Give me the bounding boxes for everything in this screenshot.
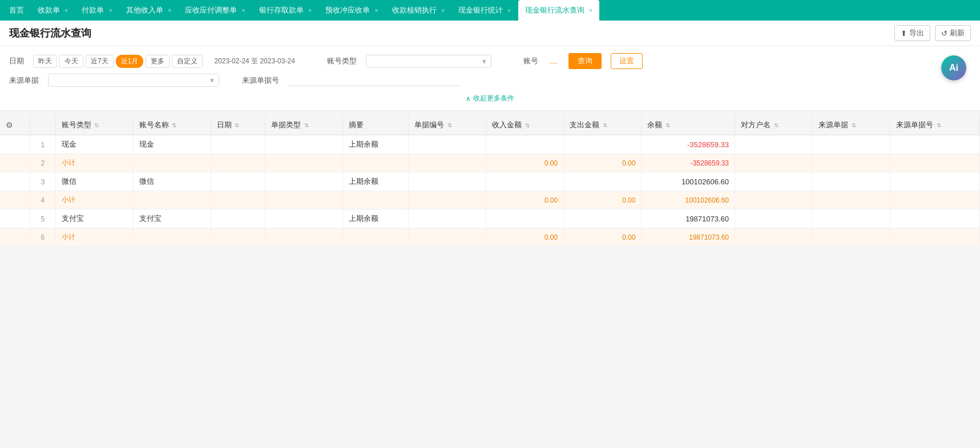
cell-doc-no <box>408 135 486 154</box>
col-income[interactable]: 收入金额 ⇅ <box>486 115 564 135</box>
nav-item-other-income[interactable]: 其他收入单 × <box>119 0 178 21</box>
page-header: 现金银行流水查询 ⬆ 导出 ↺ 刷新 <box>0 21 980 46</box>
source-doc-no-input[interactable] <box>288 75 459 86</box>
nav-label-bank-deposit: 银行存取款单 <box>259 5 304 15</box>
nav-label-bank-flow: 现金银行流水查询 <box>525 5 584 15</box>
close-icon-receipt[interactable]: × <box>64 7 68 14</box>
cell-income: 0.00 <box>486 228 564 247</box>
gear-icon[interactable]: ⚙ <box>6 120 13 130</box>
table-row[interactable]: 4 小计 0.00 0.00 100102606.60 <box>0 191 980 209</box>
col-doc-type[interactable]: 单据类型 ⇅ <box>265 115 343 135</box>
cell-balance: 19871073.60 <box>642 209 735 228</box>
refresh-button[interactable]: ↺ 刷新 <box>935 25 971 41</box>
col-source-doc-no[interactable]: 来源单据号 ⇅ <box>890 115 980 135</box>
nav-item-verify[interactable]: 收款核销执行 × <box>385 0 451 21</box>
ai-badge[interactable]: Ai <box>941 55 966 80</box>
date-btn-custom[interactable]: 自定义 <box>172 55 203 68</box>
nav-item-bank-flow[interactable]: 现金银行流水查询 × <box>518 0 599 21</box>
table-row[interactable]: 3 微信 微信 上期余额 100102606.60 <box>0 172 980 191</box>
collapse-label: 收起更多条件 <box>473 94 514 103</box>
col-source-doc[interactable]: 来源单据 ⇅ <box>813 115 890 135</box>
cell-balance: 19871073.60 <box>642 228 735 247</box>
export-button[interactable]: ⬆ 导出 <box>894 25 930 41</box>
top-nav: 首页 收款单 × 付款单 × 其他收入单 × 应收应付调整单 × 银行存取款单 … <box>0 0 980 21</box>
cell-balance: -3528659.33 <box>642 135 735 154</box>
cell-expense <box>564 172 642 191</box>
close-icon-verify[interactable]: × <box>441 7 445 14</box>
close-icon-other-income[interactable]: × <box>168 7 171 14</box>
table-row[interactable]: 2 小计 0.00 0.00 -3528659.33 <box>0 154 980 172</box>
cell-date <box>211 228 265 247</box>
close-icon-payment[interactable]: × <box>108 7 112 14</box>
col-gear[interactable]: ⚙ <box>0 115 30 135</box>
cell-doc-type <box>265 172 343 191</box>
table-row[interactable]: 6 小计 0.00 0.00 19871073.60 <box>0 228 980 247</box>
nav-item-adjust[interactable]: 应收应付调整单 × <box>178 0 252 21</box>
date-btn-yesterday[interactable]: 昨天 <box>33 55 57 68</box>
close-icon-bank-deposit[interactable]: × <box>308 7 312 14</box>
nav-item-bank-deposit[interactable]: 银行存取款单 × <box>252 0 318 21</box>
account-dots-button[interactable]: ... <box>550 56 557 66</box>
cell-gear <box>0 209 30 228</box>
cell-seq: 3 <box>30 172 55 191</box>
date-btn-7days[interactable]: 近7天 <box>86 55 114 68</box>
cell-seq: 6 <box>30 228 55 247</box>
refresh-icon: ↺ <box>941 29 947 38</box>
nav-item-bank-stat[interactable]: 现金银行统计 × <box>451 0 518 21</box>
source-doc-chevron-icon: ▾ <box>210 76 214 84</box>
date-btn-more[interactable]: 更多 <box>146 55 170 68</box>
nav-label-payment: 付款单 <box>82 5 104 15</box>
cell-account-type: 小计 <box>55 154 133 172</box>
cell-income: 0.00 <box>486 191 564 209</box>
cell-expense <box>564 209 642 228</box>
date-btn-1month[interactable]: 近1月 <box>116 55 144 68</box>
col-date[interactable]: 日期 ⇅ <box>211 115 265 135</box>
flow-table: ⚙ 账号类型 ⇅ 账号名称 ⇅ 日期 ⇅ 单据类型 ⇅ 摘要 单据编号 ⇅ 收入… <box>0 115 980 247</box>
cell-gear <box>0 228 30 247</box>
page-title: 现金银行流水查询 <box>9 26 91 40</box>
collapse-bar[interactable]: ∧ 收起更多条件 <box>9 91 971 106</box>
settings-button[interactable]: 设置 <box>611 53 643 69</box>
cell-source-doc <box>813 228 890 247</box>
table-row[interactable]: 5 支付宝 支付宝 上期余额 19871073.60 <box>0 209 980 228</box>
col-counterparty[interactable]: 对方户名 ⇅ <box>735 115 813 135</box>
cell-expense: 0.00 <box>564 191 642 209</box>
cell-source-doc <box>813 209 890 228</box>
col-account-type[interactable]: 账号类型 ⇅ <box>55 115 133 135</box>
cell-doc-no <box>408 172 486 191</box>
nav-item-home[interactable]: 首页 <box>2 0 31 21</box>
nav-item-prepay[interactable]: 预收冲应收单 × <box>318 0 385 21</box>
table-row[interactable]: 1 现金 现金 上期余额 -3528659.33 <box>0 135 980 154</box>
close-icon-bank-stat[interactable]: × <box>507 7 511 14</box>
query-button[interactable]: 查询 <box>568 53 602 69</box>
col-seq <box>30 115 55 135</box>
sort-icon-account-type: ⇅ <box>94 122 99 128</box>
cell-income: 0.00 <box>486 154 564 172</box>
cell-balance: -3528659.33 <box>642 154 735 172</box>
col-account-name[interactable]: 账号名称 ⇅ <box>133 115 211 135</box>
close-icon-prepay[interactable]: × <box>374 7 378 14</box>
close-icon-bank-flow[interactable]: × <box>589 7 592 14</box>
date-btn-today[interactable]: 今天 <box>59 55 83 68</box>
cell-doc-no <box>408 154 486 172</box>
nav-item-payment[interactable]: 付款单 × <box>75 0 119 21</box>
col-balance[interactable]: 余额 ⇅ <box>642 115 735 135</box>
cell-counterparty <box>735 135 813 154</box>
export-icon: ⬆ <box>901 29 907 38</box>
close-icon-adjust[interactable]: × <box>241 7 245 14</box>
cell-expense: 0.00 <box>564 228 642 247</box>
col-expense[interactable]: 支出金额 ⇅ <box>564 115 642 135</box>
cell-account-type: 小计 <box>55 191 133 209</box>
cell-account-name: 现金 <box>133 135 211 154</box>
export-label: 导出 <box>909 28 924 38</box>
cell-summary <box>343 191 409 209</box>
source-doc-select[interactable]: ▾ <box>48 74 219 87</box>
cell-date <box>211 191 265 209</box>
cell-source-doc-no <box>890 172 980 191</box>
account-type-select[interactable]: ▾ <box>366 55 491 68</box>
cell-date <box>211 135 265 154</box>
filter-row-date: 日期 昨天 今天 近7天 近1月 更多 自定义 2023-02-24 至 202… <box>9 53 971 69</box>
col-doc-no[interactable]: 单据编号 ⇅ <box>408 115 486 135</box>
cell-doc-type <box>265 228 343 247</box>
nav-item-receipt[interactable]: 收款单 × <box>31 0 75 21</box>
